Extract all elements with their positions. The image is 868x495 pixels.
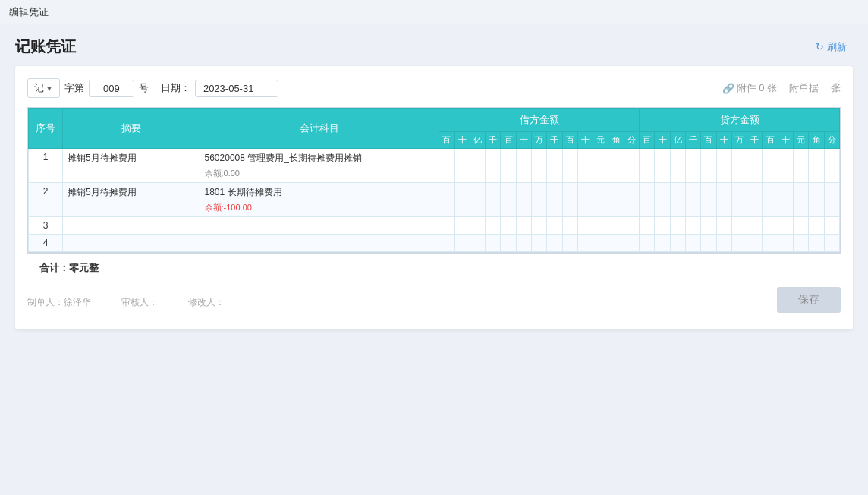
- row-1-debit-11[interactable]: [609, 149, 624, 183]
- row-2-account[interactable]: 1801 长期待摊费用余额:-100.00: [200, 183, 439, 217]
- row-3-credit-6[interactable]: [731, 217, 747, 235]
- row-2-debit-8[interactable]: [562, 183, 577, 217]
- row-3-summary[interactable]: [63, 217, 200, 235]
- row-3-credit-2[interactable]: [670, 217, 685, 235]
- row-4-credit-1[interactable]: [655, 235, 670, 252]
- row-2-debit-9[interactable]: [577, 183, 593, 217]
- row-4-credit-7[interactable]: [747, 235, 763, 252]
- row-2-credit-10[interactable]: [794, 183, 809, 217]
- row-4-credit-9[interactable]: [778, 235, 793, 252]
- refresh-button[interactable]: ↻ 刷新: [810, 37, 853, 57]
- row-1-credit-4[interactable]: [701, 149, 716, 183]
- row-1-credit-2[interactable]: [670, 149, 685, 183]
- row-2-debit-10[interactable]: [593, 183, 609, 217]
- row-3-debit-4[interactable]: [501, 217, 516, 235]
- date-input[interactable]: [195, 80, 278, 97]
- row-1-debit-2[interactable]: [470, 149, 485, 183]
- row-2-credit-0[interactable]: [640, 183, 655, 217]
- row-4-debit-8[interactable]: [562, 235, 577, 252]
- row-4-debit-10[interactable]: [593, 235, 609, 252]
- row-2-debit-3[interactable]: [486, 183, 501, 217]
- row-1-debit-12[interactable]: [624, 149, 639, 183]
- row-1-debit-1[interactable]: [454, 149, 470, 183]
- row-3-debit-1[interactable]: [454, 217, 470, 235]
- row-1-debit-4[interactable]: [501, 149, 516, 183]
- row-3-debit-5[interactable]: [516, 217, 531, 235]
- row-4-credit-8[interactable]: [763, 235, 778, 252]
- row-2-credit-4[interactable]: [701, 183, 716, 217]
- row-2-debit-5[interactable]: [516, 183, 531, 217]
- row-4-credit-5[interactable]: [716, 235, 731, 252]
- row-4-debit-3[interactable]: [486, 235, 501, 252]
- row-2-debit-11[interactable]: [609, 183, 624, 217]
- row-3-debit-6[interactable]: [532, 217, 547, 235]
- row-2-debit-6[interactable]: [532, 183, 547, 217]
- row-2-credit-7[interactable]: [747, 183, 763, 217]
- row-1-debit-6[interactable]: [532, 149, 547, 183]
- row-2-debit-12[interactable]: [624, 183, 639, 217]
- voucher-number-input[interactable]: [89, 80, 134, 97]
- row-3-debit-0[interactable]: [439, 217, 454, 235]
- row-1-account[interactable]: 56020008 管理费用_长期待摊费用摊销余额:0.00: [200, 149, 439, 183]
- row-3-debit-12[interactable]: [624, 217, 639, 235]
- save-button[interactable]: 保存: [777, 287, 841, 313]
- row-4-debit-7[interactable]: [547, 235, 562, 252]
- row-3-credit-12[interactable]: [824, 217, 839, 235]
- row-3-credit-9[interactable]: [778, 217, 793, 235]
- row-4-credit-2[interactable]: [670, 235, 685, 252]
- row-4-credit-4[interactable]: [701, 235, 716, 252]
- row-3-debit-9[interactable]: [577, 217, 593, 235]
- row-1-debit-5[interactable]: [516, 149, 531, 183]
- row-4-debit-11[interactable]: [609, 235, 624, 252]
- type-select[interactable]: 记 ▼: [27, 78, 60, 98]
- row-4-account[interactable]: [200, 235, 439, 252]
- row-3-credit-5[interactable]: [716, 217, 731, 235]
- row-3-credit-0[interactable]: [640, 217, 655, 235]
- row-1-debit-10[interactable]: [593, 149, 609, 183]
- attachment-link[interactable]: 🔗 附件 0 张: [722, 81, 777, 95]
- row-1-credit-9[interactable]: [778, 149, 793, 183]
- row-3-account[interactable]: [200, 217, 439, 235]
- row-3-credit-11[interactable]: [809, 217, 824, 235]
- row-1-debit-7[interactable]: [547, 149, 562, 183]
- row-1-debit-3[interactable]: [486, 149, 501, 183]
- row-4-debit-2[interactable]: [470, 235, 485, 252]
- row-1-credit-7[interactable]: [747, 149, 763, 183]
- row-3-credit-10[interactable]: [794, 217, 809, 235]
- row-2-debit-2[interactable]: [470, 183, 485, 217]
- row-1-credit-8[interactable]: [763, 149, 778, 183]
- row-1-credit-1[interactable]: [655, 149, 670, 183]
- row-4-credit-6[interactable]: [731, 235, 747, 252]
- row-1-credit-5[interactable]: [716, 149, 731, 183]
- row-3-debit-8[interactable]: [562, 217, 577, 235]
- row-4-debit-6[interactable]: [532, 235, 547, 252]
- row-2-credit-6[interactable]: [731, 183, 747, 217]
- row-1-credit-12[interactable]: [824, 149, 839, 183]
- row-2-debit-4[interactable]: [501, 183, 516, 217]
- row-4-debit-12[interactable]: [624, 235, 639, 252]
- row-2-summary[interactable]: 摊销5月待摊费用: [63, 183, 200, 217]
- row-4-debit-9[interactable]: [577, 235, 593, 252]
- row-3-debit-7[interactable]: [547, 217, 562, 235]
- row-2-debit-1[interactable]: [454, 183, 470, 217]
- row-4-summary[interactable]: [63, 235, 200, 252]
- row-1-credit-10[interactable]: [794, 149, 809, 183]
- row-2-credit-9[interactable]: [778, 183, 793, 217]
- row-2-credit-12[interactable]: [824, 183, 839, 217]
- row-4-credit-12[interactable]: [824, 235, 839, 252]
- row-3-credit-7[interactable]: [747, 217, 763, 235]
- row-2-debit-7[interactable]: [547, 183, 562, 217]
- row-3-credit-4[interactable]: [701, 217, 716, 235]
- row-4-debit-0[interactable]: [439, 235, 454, 252]
- row-4-credit-11[interactable]: [809, 235, 824, 252]
- row-1-debit-8[interactable]: [562, 149, 577, 183]
- row-3-debit-11[interactable]: [609, 217, 624, 235]
- row-1-debit-0[interactable]: [439, 149, 454, 183]
- row-4-credit-3[interactable]: [686, 235, 701, 252]
- row-1-credit-6[interactable]: [731, 149, 747, 183]
- row-2-credit-1[interactable]: [655, 183, 670, 217]
- row-2-credit-8[interactable]: [763, 183, 778, 217]
- row-3-credit-1[interactable]: [655, 217, 670, 235]
- row-3-debit-10[interactable]: [593, 217, 609, 235]
- row-4-credit-0[interactable]: [640, 235, 655, 252]
